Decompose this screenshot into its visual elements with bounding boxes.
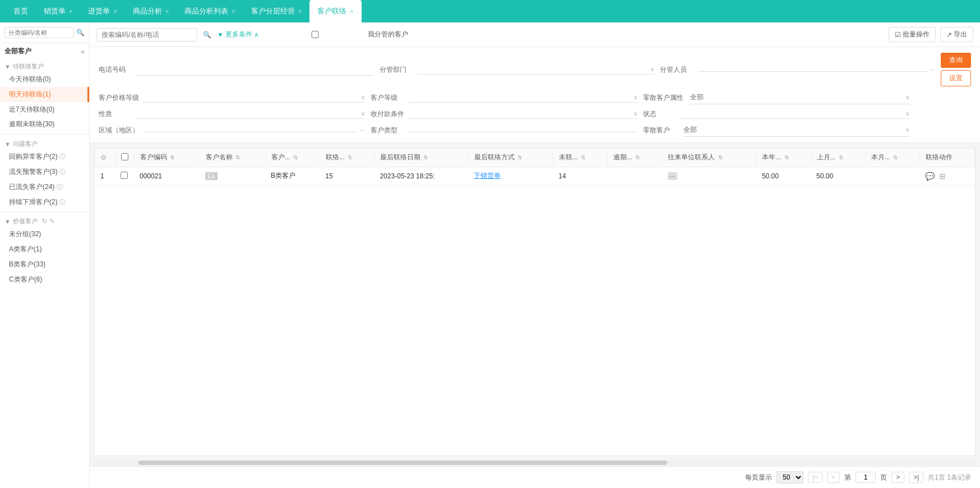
per-page-select[interactable]: 50 bbox=[776, 471, 803, 484]
th-last-month[interactable]: 上月... ⇅ bbox=[811, 148, 865, 167]
sidebar-item-overdue-pending[interactable]: 逾期未联络(30) bbox=[0, 117, 89, 132]
sidebar-item-week-pending[interactable]: 近7天待联络(0) bbox=[0, 102, 89, 117]
close-purchase-icon[interactable]: × bbox=[113, 8, 117, 15]
customer-level-chevron: ∨ bbox=[634, 94, 637, 100]
retail-customer-field: 零散客户 全部 ∨ bbox=[643, 123, 909, 137]
my-customers-checkbox[interactable] bbox=[265, 31, 366, 38]
retail-customer-select[interactable]: 全部 ∨ bbox=[683, 123, 909, 137]
sidebar-item-c-class[interactable]: C类客户(6) bbox=[0, 272, 89, 287]
more-conditions-btn[interactable]: ▼ 更多条件 ∧ bbox=[217, 30, 259, 39]
person-select[interactable] bbox=[698, 68, 927, 72]
th-last-method[interactable]: 最后联络方式 ⇅ bbox=[468, 148, 553, 167]
sidebar-item-b-class[interactable]: B类客户(33) bbox=[0, 257, 89, 272]
status-select[interactable]: ∨ bbox=[681, 109, 909, 119]
prev-page-btn[interactable]: < bbox=[827, 472, 840, 483]
close-customer-tier-icon[interactable]: × bbox=[298, 8, 302, 15]
th-type[interactable]: 客户... ⇅ bbox=[265, 148, 320, 167]
last-page-btn[interactable]: >| bbox=[909, 472, 923, 483]
th-this-month[interactable]: 本月... ⇅ bbox=[865, 148, 919, 167]
type-sort-icon: ⇅ bbox=[293, 154, 298, 160]
th-this-year[interactable]: 本年... ⇅ bbox=[756, 148, 811, 167]
sidebar-item-abnormal[interactable]: 回购异常客户(2) ⓘ bbox=[0, 149, 89, 164]
region-select[interactable] bbox=[144, 128, 357, 132]
phone-input[interactable] bbox=[137, 64, 374, 76]
nav-goods-analysis[interactable]: 商品分析 × bbox=[125, 0, 177, 22]
td-index: 1 bbox=[95, 167, 115, 185]
sidebar-item-today-pending[interactable]: 今天待联络(0) bbox=[0, 72, 89, 87]
settings-button[interactable]: 设置 bbox=[941, 70, 971, 86]
column-settings-icon[interactable]: ⚙ bbox=[100, 154, 107, 162]
td-type: B类客户 bbox=[265, 167, 320, 185]
nav-purchase[interactable]: 进货单 × bbox=[80, 0, 124, 22]
filter-bar: 🔍 ▼ 更多条件 ∧ 我分管的客户 ☑ 批量操作 ↗ 导出 bbox=[90, 22, 980, 47]
th-overdue[interactable]: 逾期... ⇅ bbox=[608, 148, 662, 167]
sidebar-item-tomorrow-pending[interactable]: 明天待联络(1) bbox=[0, 87, 89, 102]
dept-select[interactable]: ∨ bbox=[418, 65, 655, 75]
grid-action-icon[interactable]: ⊞ bbox=[939, 172, 946, 181]
horizontal-scrollbar[interactable] bbox=[94, 461, 976, 465]
th-name[interactable]: 客户名称 ⇅ bbox=[200, 148, 265, 167]
adv-filter-row-1: 电话号码 分管部门 ∨ 分管人员 ··· bbox=[99, 53, 971, 86]
next-page-btn[interactable]: > bbox=[891, 472, 904, 483]
th-action: 联络动作 bbox=[919, 148, 974, 167]
sidebar-item-churned[interactable]: 已流失客户(24) ⓘ bbox=[0, 179, 89, 195]
sidebar: 🔍 全部客户 « ▼ 待联络客户 今天待联络(0) 明天待联络(1) 近7天待联… bbox=[0, 22, 90, 488]
nav-customer-contact[interactable]: 客户联络 × bbox=[309, 0, 361, 22]
person-more-icon[interactable]: ··· bbox=[930, 66, 935, 73]
close-customer-contact-icon[interactable]: × bbox=[350, 8, 353, 15]
edit-icon[interactable]: ✎ bbox=[49, 218, 54, 225]
td-uncontacted: 14 bbox=[553, 167, 607, 185]
nav-home[interactable]: 首页 bbox=[6, 0, 36, 22]
my-customers-filter: 我分管的客户 bbox=[265, 30, 408, 39]
customer-level-select[interactable]: ∨ bbox=[409, 93, 637, 103]
payment-select[interactable]: ∨ bbox=[409, 109, 637, 119]
retail-attr-select[interactable]: 全部 ∨ bbox=[690, 91, 909, 104]
select-all-checkbox[interactable] bbox=[121, 153, 128, 160]
page-suffix: 页 bbox=[880, 473, 887, 482]
problem-group-label: ▼ 问题客户 bbox=[0, 137, 89, 149]
th-last-date[interactable]: 最后联络日期 ⇅ bbox=[374, 148, 468, 167]
th-contact-count[interactable]: 联络... ⇅ bbox=[320, 148, 374, 167]
contact-person-tag: ··· bbox=[668, 172, 677, 180]
chevron-icon: ∧ bbox=[254, 31, 259, 39]
search-input[interactable] bbox=[96, 28, 197, 42]
close-goods-analysis-icon[interactable]: × bbox=[165, 8, 169, 15]
dept-chevron: ∨ bbox=[650, 66, 654, 72]
nav-sales[interactable]: 销货单 × bbox=[36, 0, 80, 22]
sidebar-item-ungrouped[interactable]: 未分组(32) bbox=[0, 227, 89, 242]
last-method-link[interactable]: 下销货单 bbox=[474, 172, 501, 179]
checkbox-icon: ☑ bbox=[895, 31, 901, 39]
nature-select[interactable]: ∨ bbox=[137, 109, 365, 119]
last-date-sort-icon: ⇅ bbox=[423, 154, 428, 160]
first-page-btn[interactable]: |< bbox=[808, 472, 822, 483]
th-uncontacted[interactable]: 未联... ⇅ bbox=[553, 148, 607, 167]
refresh-icon[interactable]: ↻ bbox=[42, 218, 47, 225]
sidebar-item-declining[interactable]: 持续下滑客户(2) ⓘ bbox=[0, 195, 89, 210]
scrollbar-thumb bbox=[138, 461, 667, 465]
close-sales-icon[interactable]: × bbox=[69, 8, 72, 15]
divider-2 bbox=[0, 211, 89, 212]
batch-ops-button[interactable]: ☑ 批量操作 bbox=[889, 27, 936, 42]
th-contact-person[interactable]: 往来单位联系人 ⇅ bbox=[662, 148, 756, 167]
search-button-icon[interactable]: 🔍 bbox=[203, 31, 211, 39]
region-more-icon[interactable]: ··· bbox=[359, 126, 365, 134]
customer-type-select[interactable] bbox=[409, 128, 637, 132]
collapse-icon[interactable]: « bbox=[81, 48, 85, 56]
th-checkbox bbox=[115, 148, 134, 167]
close-goods-analysis-list-icon[interactable]: × bbox=[232, 8, 235, 15]
nav-customer-tier[interactable]: 客户分层经营 × bbox=[243, 0, 309, 22]
sidebar-search-icon[interactable]: 🔍 bbox=[76, 29, 85, 36]
page-input[interactable] bbox=[856, 472, 876, 483]
adv-filter-row-2: 客户价格等级 ∨ 客户等级 ∨ 零散客户属性 全部 bbox=[99, 91, 971, 104]
sidebar-item-churn-warn[interactable]: 流失预警客户(3) ⓘ bbox=[0, 164, 89, 179]
nav-goods-analysis-list[interactable]: 商品分析列表 × bbox=[177, 0, 243, 22]
pending-group-label: ▼ 待联络客户 bbox=[0, 59, 89, 72]
sidebar-item-a-class[interactable]: A类客户(1) bbox=[0, 242, 89, 257]
message-action-icon[interactable]: 💬 bbox=[925, 172, 935, 181]
price-level-select[interactable]: ∨ bbox=[144, 93, 365, 103]
row-checkbox[interactable] bbox=[121, 172, 128, 179]
sidebar-search-input[interactable] bbox=[4, 27, 74, 38]
th-code[interactable]: 客户编码 ⇅ bbox=[134, 148, 200, 167]
export-button[interactable]: ↗ 导出 bbox=[940, 27, 973, 42]
query-button[interactable]: 查询 bbox=[941, 53, 971, 68]
